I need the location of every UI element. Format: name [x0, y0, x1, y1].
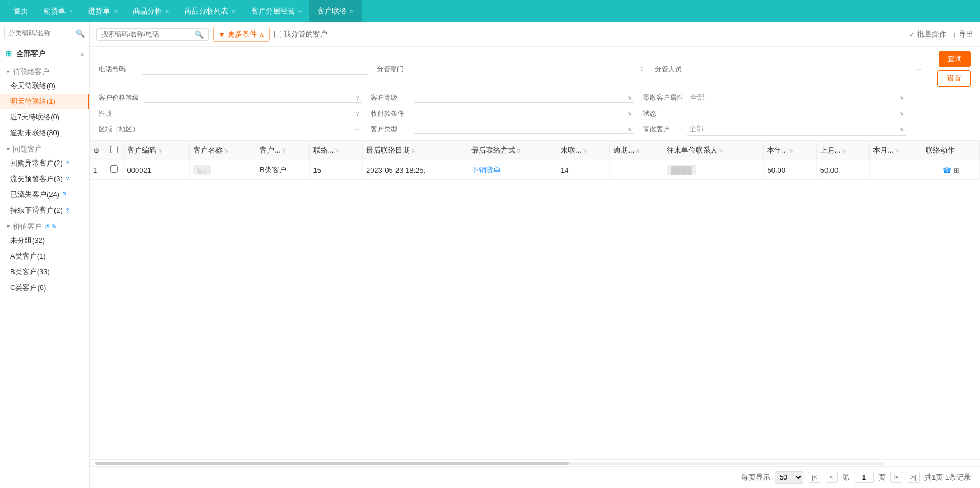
sort-icon[interactable]: ⇅	[411, 148, 415, 154]
sidebar-item-type-c[interactable]: C类客户(6)	[0, 280, 89, 296]
info-icon[interactable]: ?	[62, 191, 66, 198]
filter-panel: 电话号码 分管部门 ∨ 分管人员 ···	[90, 47, 980, 141]
sidebar-search-input[interactable]	[4, 27, 73, 39]
filter-actions: 查询 设置	[937, 51, 971, 87]
sidebar-item-today-contact[interactable]: 今天待联络(0)	[0, 78, 89, 94]
sidebar-item-overdue-contact[interactable]: 逾期未联络(30)	[0, 125, 89, 141]
customer-level-select[interactable]: ∨	[414, 94, 634, 103]
sort-icon[interactable]: ⇅	[335, 148, 339, 154]
phone-input[interactable]	[142, 64, 368, 75]
export-icon: ↑	[953, 30, 957, 39]
sidebar-item-declining[interactable]: 持续下滑客户(2) ?	[0, 202, 89, 218]
refresh-icon[interactable]: ↺	[44, 223, 49, 231]
close-icon[interactable]: ×	[113, 8, 117, 15]
my-customers-checkbox[interactable]: 我分管的客户	[274, 29, 327, 39]
phone-icon[interactable]: ☎	[942, 166, 951, 174]
first-page-button[interactable]: |<	[808, 472, 821, 483]
sort-icon[interactable]: ⇅	[842, 148, 847, 154]
chevron-down-icon: ∨	[640, 66, 644, 72]
sort-icon[interactable]: ⇅	[789, 148, 793, 154]
nature-select[interactable]: ∨	[142, 109, 362, 118]
manager-select[interactable]: ···	[699, 63, 924, 75]
nav-customer-tier[interactable]: 客户分层经营 ×	[243, 0, 309, 22]
nav-product-analysis-list[interactable]: 商品分析列表 ×	[177, 0, 243, 22]
next-page-button[interactable]: >	[890, 472, 902, 483]
search-icon[interactable]: 🔍	[195, 30, 204, 39]
page-input[interactable]	[854, 472, 874, 483]
close-icon[interactable]: ×	[298, 8, 302, 15]
last-method-link[interactable]: 下销货单	[471, 165, 501, 174]
my-customers-check[interactable]	[274, 31, 281, 38]
sidebar-item-type-a[interactable]: A类客户(1)	[0, 248, 89, 264]
status-select[interactable]: ∨	[687, 109, 906, 118]
all-customers-header[interactable]: ⊞ 全部客户 «	[0, 44, 89, 63]
more-icon[interactable]: ···	[915, 65, 922, 73]
row-code-cell: 000021	[123, 160, 189, 180]
sidebar-item-week-contact[interactable]: 近7天待联络(0)	[0, 109, 89, 125]
region-select[interactable]: ···	[144, 123, 362, 135]
prev-page-button[interactable]: <	[826, 472, 838, 483]
col-this-year: 本年... ⇅	[764, 141, 816, 160]
sidebar-item-type-b[interactable]: B类客户(33)	[0, 264, 89, 280]
sidebar-search-icon[interactable]: 🔍	[76, 29, 85, 38]
collapse-icon[interactable]: «	[80, 50, 84, 57]
nav-sales-order[interactable]: 销货单 ×	[36, 0, 80, 22]
edit-icon[interactable]: ✎	[52, 223, 57, 231]
col-name: 客户名称 ⇅	[189, 141, 256, 160]
close-icon[interactable]: ×	[165, 8, 169, 15]
filter-nature: 性质 ∨	[99, 109, 362, 118]
sort-icon[interactable]: ⇅	[224, 148, 228, 154]
retail-customer-select[interactable]: 全部 ∨	[687, 123, 906, 136]
export-button[interactable]: ↑ 导出	[953, 29, 974, 39]
department-select[interactable]: ∨	[420, 65, 646, 73]
sort-icon[interactable]: ⇅	[516, 148, 521, 154]
sort-icon[interactable]: ⇅	[719, 148, 723, 154]
sidebar-item-churned[interactable]: 已流失客户(24) ?	[0, 187, 89, 202]
close-icon[interactable]: ×	[69, 8, 72, 15]
query-button[interactable]: 查询	[939, 51, 971, 67]
sort-icon[interactable]: ⇅	[281, 148, 286, 154]
chevron-down-icon: ∨	[900, 111, 904, 117]
col-code: 客户编码 ⇅	[123, 141, 189, 160]
sidebar-item-abnormal-repurchase[interactable]: 回购异常客户(2) ?	[0, 155, 89, 171]
sidebar-item-ungrouped[interactable]: 未分组(32)	[0, 233, 89, 248]
more-icon[interactable]: ···	[353, 125, 360, 133]
sort-icon[interactable]: ⇅	[635, 148, 640, 154]
nav-customer-contact[interactable]: 客户联络 ×	[309, 0, 361, 22]
price-level-select[interactable]: ∨	[144, 94, 362, 103]
pagination: 每页显示 50 100 200 |< < 第 页 > >| 共1页 1条记录	[90, 466, 980, 488]
nav-purchase-order[interactable]: 进货单 ×	[80, 0, 124, 22]
set-button[interactable]: 设置	[937, 70, 971, 87]
scrollbar-track[interactable]	[95, 462, 885, 465]
nav-product-analysis[interactable]: 商品分析 ×	[125, 0, 177, 22]
sidebar-item-churn-warning[interactable]: 流失预警客户(3) ?	[0, 171, 89, 187]
sidebar-item-tomorrow-contact[interactable]: 明天待联络(1)	[0, 94, 89, 109]
batch-operation-button[interactable]: ✓ 批量操作	[909, 29, 946, 39]
sort-icon[interactable]: ⇅	[158, 148, 162, 154]
sort-icon[interactable]: ⇅	[583, 148, 587, 154]
more-conditions-button[interactable]: ▼ 更多条件 ∧	[213, 27, 270, 42]
select-all-checkbox[interactable]	[110, 146, 118, 153]
row-checkbox[interactable]	[110, 165, 118, 173]
retail-attr-select[interactable]: 全部 ∨	[688, 91, 906, 104]
table-header-row: ⚙ 客户编码 ⇅ 客户名称	[90, 141, 980, 160]
info-icon[interactable]: ?	[66, 160, 69, 167]
gear-icon[interactable]: ⚙	[93, 146, 100, 155]
filter-phone: 电话号码	[99, 64, 368, 75]
last-page-button[interactable]: >|	[907, 472, 920, 483]
filter-retail-customer: 零散客户 全部 ∨	[643, 123, 906, 136]
grid-icon[interactable]: ⊞	[954, 166, 960, 174]
customer-type-select[interactable]: ∨	[414, 125, 634, 134]
per-page-select[interactable]: 50 100 200	[775, 471, 803, 484]
close-icon[interactable]: ×	[350, 8, 353, 15]
info-icon[interactable]: ?	[66, 176, 69, 182]
payment-terms-select[interactable]: ∨	[414, 109, 634, 118]
close-icon[interactable]: ×	[232, 8, 235, 15]
nav-home[interactable]: 首页	[6, 0, 36, 22]
sort-icon[interactable]: ⇅	[895, 148, 899, 154]
scrollbar-thumb[interactable]	[95, 462, 569, 465]
info-icon[interactable]: ?	[66, 207, 69, 214]
filter-row-4: 区域（地区） ··· 客户类型 ∨ 零散客户 全部	[99, 123, 971, 136]
search-input[interactable]	[101, 30, 195, 38]
toolbar: 🔍 ▼ 更多条件 ∧ 我分管的客户 ✓ 批量操作 ↑ 导出	[90, 22, 980, 47]
